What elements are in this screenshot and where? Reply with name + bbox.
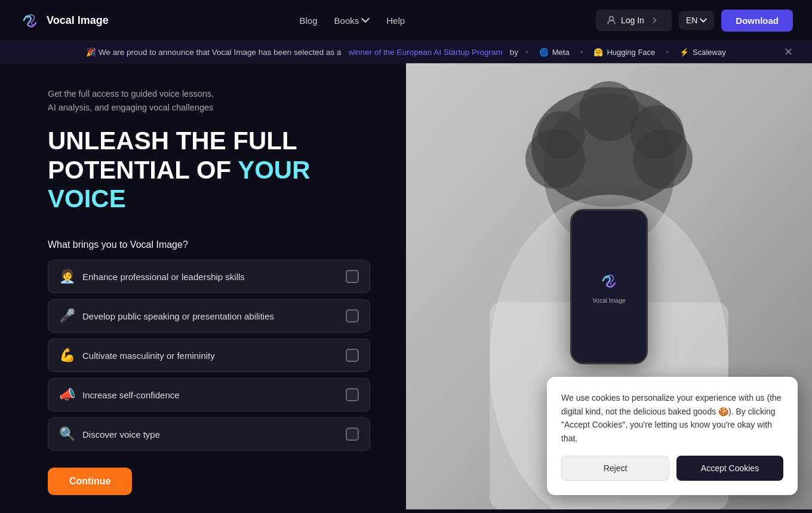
masculinity-label: Cultivate masculinity or femininity (82, 351, 215, 361)
meta-icon: 🌀 (539, 48, 549, 57)
svg-point-6 (537, 111, 585, 159)
winner-link[interactable]: winner of the European AI Startup Progra… (349, 48, 503, 57)
user-icon (607, 16, 616, 25)
nav-blog[interactable]: Blog (300, 16, 318, 26)
announcement-banner: 🎉 We are proud to announce that Vocal Im… (0, 41, 812, 63)
brand-name: Vocal Image (47, 14, 109, 27)
login-button[interactable]: Log In (596, 10, 672, 31)
huggingface-icon: 🤗 (593, 48, 603, 57)
option-left-masculinity: 💪 Cultivate masculinity or femininity (59, 348, 215, 363)
nav-help[interactable]: Help (386, 16, 405, 26)
scaleway-icon: ⚡ (679, 48, 689, 57)
leadership-label: Enhance professional or leadership skill… (82, 272, 245, 282)
voice-type-emoji: 🔍 (59, 426, 75, 442)
dot-3: • (666, 48, 669, 57)
language-selector[interactable]: EN (679, 11, 714, 30)
option-left-leadership: 🧑‍💼 Enhance professional or leadership s… (59, 269, 245, 284)
confidence-label: Increase self-confidence (82, 390, 180, 400)
speaking-checkbox[interactable] (346, 309, 359, 322)
navbar: Vocal Image Blog Books Help Log In EN Do… (0, 0, 812, 41)
confidence-checkbox[interactable] (346, 388, 359, 401)
reject-cookies-button[interactable]: Reject (561, 456, 669, 481)
books-chevron-icon (361, 16, 370, 24)
masculinity-checkbox[interactable] (346, 349, 359, 362)
logo-area: Vocal Image (19, 10, 109, 31)
lang-chevron-icon (700, 18, 707, 23)
hero-headline: UNLEASH THE FULL POTENTIAL OF YOUR VOICE (48, 127, 370, 213)
hero-subtitle: Get the full access to guided voice less… (48, 87, 370, 115)
option-speaking[interactable]: 🎤 Develop public speaking or presentatio… (48, 299, 370, 333)
voice-type-label: Discover voice type (82, 429, 160, 440)
right-panel: Vocal Image We use cookies to personaliz… (406, 63, 812, 509)
dot-2: • (580, 48, 583, 57)
option-confidence[interactable]: 📣 Increase self-confidence (48, 378, 370, 411)
option-leadership[interactable]: 🧑‍💼 Enhance professional or leadership s… (48, 260, 370, 293)
download-button[interactable]: Download (721, 10, 793, 32)
leadership-checkbox[interactable] (346, 270, 359, 283)
banner-close-button[interactable]: ✕ (784, 45, 793, 59)
login-arrow-icon (649, 14, 661, 26)
option-left-voice-type: 🔍 Discover voice type (59, 426, 160, 442)
partner-scaleway: ⚡ Scaleway (679, 48, 726, 57)
nav-links: Blog Books Help (300, 16, 405, 26)
phone-screen: Vocal Image (572, 211, 646, 363)
phone-app-name: Vocal Image (592, 297, 625, 304)
option-left-confidence: 📣 Increase self-confidence (59, 387, 180, 403)
logo-icon (19, 10, 41, 31)
partner-huggingface: 🤗 Hugging Face (593, 48, 655, 57)
option-left-speaking: 🎤 Develop public speaking or presentatio… (59, 308, 274, 324)
leadership-emoji: 🧑‍💼 (59, 269, 75, 284)
speaking-emoji: 🎤 (59, 308, 75, 324)
nav-books[interactable]: Books (334, 16, 370, 26)
cookie-banner: We use cookies to personalize your exper… (547, 377, 798, 495)
options-list: 🧑‍💼 Enhance professional or leadership s… (48, 260, 370, 451)
option-masculinity[interactable]: 💪 Cultivate masculinity or femininity (48, 339, 370, 372)
left-panel: Get the full access to guided voice less… (0, 63, 406, 509)
dot-1: • (525, 48, 528, 57)
speaking-label: Develop public speaking or presentation … (82, 311, 274, 321)
cookie-text: We use cookies to personalize your exper… (561, 391, 783, 445)
partner-meta: 🌀 Meta (539, 48, 570, 57)
masculinity-emoji: 💪 (59, 348, 75, 363)
svg-point-8 (579, 81, 639, 141)
option-voice-type[interactable]: 🔍 Discover voice type (48, 417, 370, 451)
cookie-buttons: Reject Accept Cookies (561, 456, 783, 481)
accept-cookies-button[interactable]: Accept Cookies (676, 456, 783, 481)
continue-button[interactable]: Continue (48, 468, 132, 495)
phone-app-logo (597, 269, 621, 293)
voice-type-checkbox[interactable] (346, 428, 359, 441)
main-layout: Get the full access to guided voice less… (0, 63, 812, 509)
navbar-actions: Log In EN Download (596, 10, 793, 32)
confidence-emoji: 📣 (59, 387, 75, 403)
section-question: What brings you to Vocal Image? (48, 239, 370, 250)
partner-logos: • 🌀 Meta • 🤗 Hugging Face • ⚡ Scaleway (525, 48, 726, 57)
phone-mockup: Vocal Image (570, 209, 648, 364)
